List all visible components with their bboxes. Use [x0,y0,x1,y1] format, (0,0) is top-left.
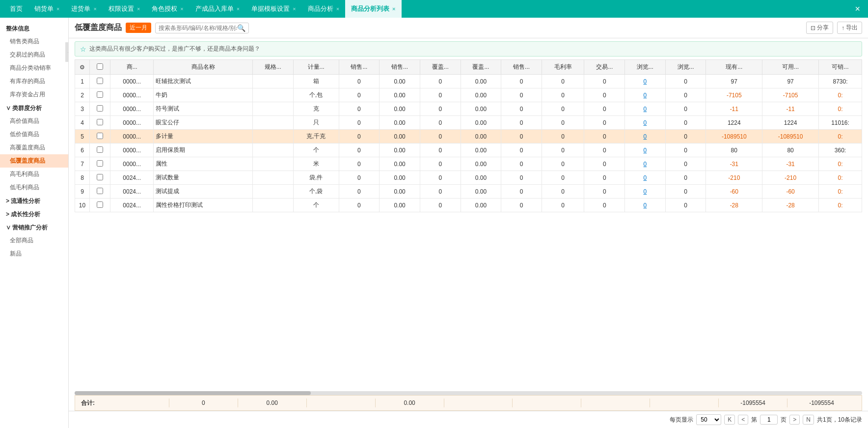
td-browse1[interactable]: 0 [625,75,666,88]
th-unit[interactable]: 计量... [293,60,339,75]
scroll-thumb[interactable] [75,391,311,395]
td-checkbox[interactable] [90,88,110,102]
th-spec[interactable]: 规格... [252,60,293,75]
td-sales1: 0 [339,88,380,102]
td-coverage1: 0 [420,185,461,199]
sidebar-section-cluster[interactable]: ∨ 类群度分析 [0,101,68,114]
td-checkbox[interactable] [90,171,110,185]
nav-item-template[interactable]: 单据模板设置 × [245,0,301,18]
td-browse1[interactable]: 0 [625,102,666,116]
td-browse1[interactable]: 0 [625,171,666,185]
sidebar-collapse-button[interactable]: « [65,42,69,62]
td-available-stock: -60 [762,185,819,199]
td-checkbox[interactable] [90,185,110,199]
window-close-button[interactable]: × [851,4,864,14]
td-checkbox[interactable] [90,157,110,171]
nav-item-permission[interactable]: 权限设置 × [103,0,146,18]
td-checkbox[interactable] [90,143,110,157]
th-saleable[interactable]: 可销... [818,60,862,75]
table-container[interactable]: ⚙ 商... 商品名称 规格... 计量... 销售... 销售... 覆盖..… [75,59,862,391]
page-number-input[interactable] [760,415,778,425]
td-browse1[interactable]: 0 [625,88,666,102]
th-transaction[interactable]: 交易... [584,60,625,75]
sidebar-item-sales-goods[interactable]: 销售类商品 [0,35,68,48]
search-icon[interactable]: 🔍 [237,24,245,32]
td-browse1[interactable]: 0 [625,157,666,171]
nav-item-analysis-list[interactable]: 商品分析列表 × [345,0,401,18]
td-checkbox[interactable] [90,199,110,212]
sidebar-section-flow[interactable]: > 流通性分析 [0,194,68,207]
sidebar-item-high-value[interactable]: 高价值商品 [0,114,68,128]
close-icon[interactable]: × [293,6,296,12]
sidebar-item-stock-capital[interactable]: 库存资金占用 [0,88,68,101]
nav-item-role[interactable]: 角色授权 × [146,0,189,18]
th-gross-margin[interactable]: 毛利率 [542,60,584,75]
td-browse1[interactable]: 0 [625,143,666,157]
nav-item-analysis[interactable]: 商品分析 × [302,0,345,18]
sidebar-item-low-margin[interactable]: 低毛利商品 [0,181,68,194]
prev-page-button[interactable]: < [738,415,748,425]
td-spec [252,130,293,143]
td-browse1[interactable]: 0 [625,185,666,199]
th-code[interactable]: 商... [110,60,154,75]
sidebar-item-traded-goods[interactable]: 交易过的商品 [0,48,68,61]
last-page-button[interactable]: N [803,415,814,425]
td-browse1[interactable]: 0 [625,199,666,212]
td-coverage1: 0 [420,143,461,157]
th-sales3[interactable]: 销售... [501,60,542,75]
info-icon: ☆ [80,45,86,53]
sidebar-item-category-sales-rate[interactable]: 商品分类动销率 [0,61,68,75]
td-sales3: 0 [501,102,542,116]
sidebar-item-new-goods[interactable]: 新品 [0,247,68,260]
close-icon[interactable]: × [336,6,339,12]
date-filter-button[interactable]: 近一月 [126,23,151,33]
th-coverage1[interactable]: 覆盖... [420,60,461,75]
close-icon[interactable]: × [392,6,395,12]
td-sales3: 0 [501,88,542,102]
th-name[interactable]: 商品名称 [154,60,253,75]
close-icon[interactable]: × [93,6,96,12]
sidebar-item-all-goods[interactable]: 全部商品 [0,234,68,247]
next-page-button[interactable]: > [789,415,800,425]
th-browse1[interactable]: 浏览... [625,60,666,75]
sidebar-section-growth[interactable]: > 成长性分析 [0,207,68,221]
th-current-stock[interactable]: 现有... [706,60,762,75]
th-checkbox[interactable] [90,60,110,75]
sidebar-item-stocked-goods[interactable]: 有库存的商品 [0,75,68,88]
nav-item-home[interactable]: 首页 [4,0,28,18]
td-checkbox[interactable] [90,75,110,88]
td-browse1[interactable]: 0 [625,130,666,143]
sidebar-item-high-margin[interactable]: 高毛利商品 [0,168,68,181]
td-spec [252,143,293,157]
close-icon[interactable]: × [137,6,140,12]
sidebar-section-overall[interactable]: 整体信息 [0,22,68,35]
close-icon[interactable]: × [56,6,59,12]
td-checkbox[interactable] [90,116,110,130]
td-gross-margin: 0 [542,130,584,143]
sidebar-item-low-coverage[interactable]: 低覆盖度商品 [0,154,68,168]
td-checkbox[interactable] [90,130,110,143]
th-browse2[interactable]: 浏览... [665,60,706,75]
nav-item-sales[interactable]: 销货单 × [28,0,65,18]
nav-item-purchase[interactable]: 进货单 × [65,0,102,18]
nav-item-production[interactable]: 产成品入库单 × [190,0,245,18]
first-page-button[interactable]: K [724,415,735,425]
td-browse1[interactable]: 0 [625,116,666,130]
th-sales1[interactable]: 销售... [339,60,380,75]
share-button[interactable]: ⊡ 分享 [806,22,833,34]
close-icon[interactable]: × [180,6,183,12]
th-sales2[interactable]: 销售... [380,60,420,75]
export-button[interactable]: ↑ 导出 [837,22,862,34]
select-all-checkbox[interactable] [97,63,103,70]
search-input[interactable] [159,25,237,31]
th-settings[interactable]: ⚙ [75,60,90,75]
th-coverage2[interactable]: 覆盖... [461,60,501,75]
sidebar-section-marketing[interactable]: ∨ 营销推广分析 [0,221,68,234]
close-icon[interactable]: × [237,6,240,12]
td-checkbox[interactable] [90,102,110,116]
sidebar-item-low-value[interactable]: 低价值商品 [0,128,68,141]
sidebar-item-high-coverage[interactable]: 高覆盖度商品 [0,141,68,154]
page-size-select[interactable]: 50 100 200 [696,414,721,425]
horizontal-scrollbar[interactable] [75,391,862,395]
th-available-stock[interactable]: 可用... [762,60,819,75]
